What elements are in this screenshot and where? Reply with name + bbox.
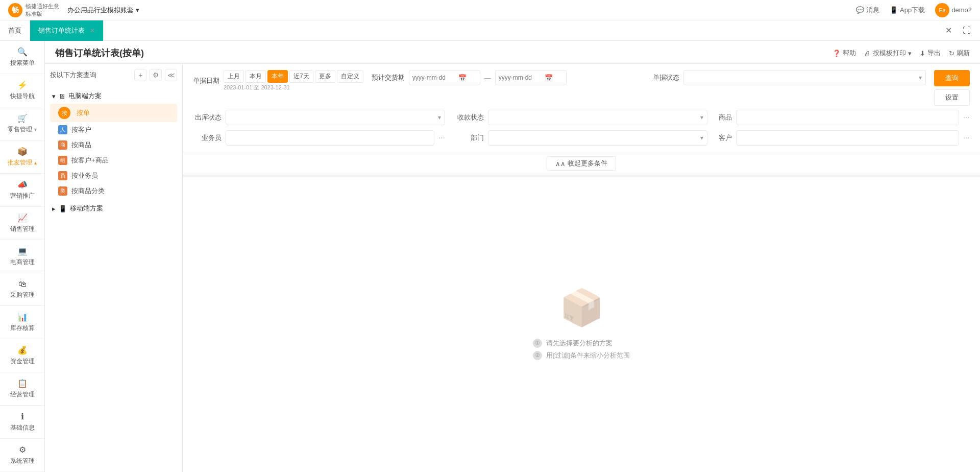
mobile-icon: 📱: [59, 205, 67, 213]
content-area: 销售订单统计表(按单) ❓ 帮助 🖨 按模板打印 ▾ ⬇ 导出 ↻ 刷新: [45, 41, 980, 472]
dept-filter: 部门 ▾: [455, 130, 707, 146]
mobile-group-header[interactable]: ▸ 📱 移动端方案: [50, 201, 177, 216]
sidebar-item-ecommerce[interactable]: 💻 电商管理: [0, 240, 44, 273]
scheme-item-by-goods[interactable]: 商 按商品: [50, 137, 177, 153]
tab-close-icon[interactable]: ✕: [90, 27, 95, 34]
marketing-icon: 📣: [2, 180, 42, 190]
chevron-down-icon: ▾: [52, 92, 56, 100]
refresh-button[interactable]: ↻ 刷新: [949, 49, 970, 58]
out-status-select[interactable]: [226, 110, 445, 125]
left-panel: 按以下方案查询 + ⚙ ≪ ▾ 🖥 电脑端方案: [45, 64, 183, 472]
pc-icon: 🖥: [59, 92, 65, 100]
status-label: 单据状态: [653, 73, 679, 82]
refresh-icon: ↻: [949, 50, 954, 57]
customer-more-icon[interactable]: ···: [963, 133, 970, 143]
scheme-item-by-salesman[interactable]: 员 按业务员: [50, 168, 177, 183]
filter-row-2: 出库状态 ▾ 收款状态 ▾: [183, 110, 980, 130]
goods-input[interactable]: [736, 110, 959, 125]
out-status-label: 出库状态: [193, 113, 222, 122]
sidebar-item-inventory[interactable]: 📊 库存核算: [0, 306, 44, 339]
chevron-right-icon: ▸: [52, 205, 56, 213]
print-button[interactable]: 🖨 按模板打印 ▾: [864, 49, 912, 58]
sidebar-item-marketing[interactable]: 📣 营销推广: [0, 174, 44, 207]
pay-status-select[interactable]: [488, 110, 707, 125]
dept-select-wrap: ▾: [488, 130, 707, 146]
date-controls: 上月 本月 本年 近7天 更多 自定义 2023-01-01 至 2023-12…: [224, 70, 363, 91]
settings-button[interactable]: 设置: [934, 89, 970, 106]
user-action[interactable]: Ea demo2: [935, 3, 972, 17]
export-button[interactable]: ⬇ 导出: [920, 49, 941, 58]
pay-status-filter: 收款状态 ▾: [455, 110, 707, 125]
date-this-month-btn[interactable]: 本月: [246, 70, 266, 83]
calendar-icon-1: 📅: [458, 74, 467, 82]
tab-close-button[interactable]: ✕: [941, 23, 955, 38]
date-last-month-btn[interactable]: 上月: [224, 70, 244, 83]
scheme-item-by-order[interactable]: 按 按单: [50, 104, 177, 122]
sidebar-item-system[interactable]: ⚙ 系统管理: [0, 439, 44, 472]
page-title: 销售订单统计表(按单): [55, 47, 144, 59]
dept-select[interactable]: [488, 130, 707, 146]
sales-input[interactable]: [226, 130, 434, 146]
sidebar-item-basic[interactable]: ℹ 基础信息: [0, 406, 44, 439]
tab-expand-button[interactable]: ⛶: [960, 23, 974, 38]
empty-illustration: 📦: [559, 287, 604, 328]
tab-sales-stat[interactable]: 销售订单统计表 ✕: [30, 20, 104, 41]
expected-date-start[interactable]: 📅: [409, 70, 480, 85]
ecommerce-icon: 💻: [2, 246, 42, 256]
sidebar-item-retail[interactable]: 🛒 零售管理 ▾: [0, 107, 44, 140]
sidebar-item-search[interactable]: 🔍 搜索菜单: [0, 41, 44, 74]
settings-scheme-button[interactable]: ⚙: [150, 69, 162, 81]
sales-more-icon[interactable]: ···: [438, 133, 445, 143]
tab-home[interactable]: 首页: [0, 20, 30, 41]
by-combo-icon: 组: [58, 156, 67, 165]
date-this-year-btn[interactable]: 本年: [267, 70, 288, 83]
add-scheme-button[interactable]: +: [134, 69, 146, 81]
app-selector[interactable]: 办公用品行业模拟账套 ▾: [63, 4, 143, 17]
by-goods-icon: 商: [58, 140, 67, 150]
message-action[interactable]: 💬 消息: [856, 6, 879, 15]
scheme-item-by-customer-goods[interactable]: 组 按客户+商品: [50, 153, 177, 168]
sidebar-item-quicknav[interactable]: ⚡ 快捷导航: [0, 74, 44, 107]
collapse-row: ∧∧ 收起更多条件: [183, 152, 980, 175]
expected-date-end-input[interactable]: [499, 74, 545, 81]
sidebar-item-sales[interactable]: 📈 销售管理: [0, 207, 44, 240]
tab-bar-actions: ✕ ⛶: [941, 23, 980, 38]
top-bar: 畅 畅捷通好生意 标准版 办公用品行业模拟账套 ▾ 💬 消息 📱 App下载 E…: [0, 0, 980, 20]
finance-icon: 💰: [2, 345, 42, 355]
print-dropdown-icon: ▾: [908, 50, 912, 57]
collapse-icon: ∧∧: [555, 160, 566, 168]
sidebar-item-operations[interactable]: 📋 经营管理: [0, 372, 44, 406]
dept-label: 部门: [455, 133, 484, 143]
date-custom-btn[interactable]: 自定义: [337, 70, 363, 83]
scheme-item-by-customer[interactable]: 人 按客户: [50, 122, 177, 137]
sidebar-item-wholesale[interactable]: 📦 批发管理 ▴: [0, 140, 44, 174]
collapse-button[interactable]: ∧∧ 收起更多条件: [547, 156, 616, 171]
collapse-panel-button[interactable]: ≪: [165, 69, 177, 81]
query-button[interactable]: 查询: [934, 70, 970, 86]
step-2-num: ②: [533, 351, 542, 360]
main-layout: 🔍 搜索菜单 ⚡ 快捷导航 🛒 零售管理 ▾ 📦 批发管理 ▴ 📣 营销推广 📈…: [0, 41, 980, 472]
help-button[interactable]: ❓ 帮助: [832, 49, 856, 58]
basic-icon: ℹ: [2, 412, 42, 421]
goods-more-icon[interactable]: ···: [963, 113, 970, 122]
expected-date-start-input[interactable]: [412, 74, 458, 81]
sidebar-item-finance[interactable]: 💰 资金管理: [0, 339, 44, 372]
top-bar-left: 畅 畅捷通好生意 标准版 办公用品行业模拟账套 ▾: [8, 3, 143, 17]
print-icon: 🖨: [864, 50, 871, 57]
date-quick-buttons: 上月 本月 本年 近7天 更多 自定义: [224, 70, 363, 83]
sidebar-item-purchase[interactable]: 🛍 采购管理: [0, 273, 44, 306]
scheme-group-mobile: ▸ 📱 移动端方案: [50, 201, 177, 216]
goods-label: 商品: [718, 113, 732, 122]
sidebar: 🔍 搜索菜单 ⚡ 快捷导航 🛒 零售管理 ▾ 📦 批发管理 ▴ 📣 营销推广 📈…: [0, 41, 45, 472]
pc-group-header[interactable]: ▾ 🖥 电脑端方案: [50, 88, 177, 104]
status-select[interactable]: [683, 70, 926, 85]
filter-area: 单据日期 上月 本月 本年 近7天 更多 自定义 20: [183, 64, 980, 175]
expected-date-end[interactable]: 📅: [495, 70, 567, 85]
customer-input[interactable]: [736, 130, 959, 146]
wholesale-icon: 📦: [2, 147, 42, 156]
download-action[interactable]: 📱 App下载: [890, 6, 925, 15]
scheme-item-by-category[interactable]: 类 按商品分类: [50, 183, 177, 199]
date-more-btn[interactable]: 更多: [315, 70, 335, 83]
sales-filter: 业务员 ···: [193, 130, 445, 146]
date-7days-btn[interactable]: 近7天: [289, 70, 313, 83]
